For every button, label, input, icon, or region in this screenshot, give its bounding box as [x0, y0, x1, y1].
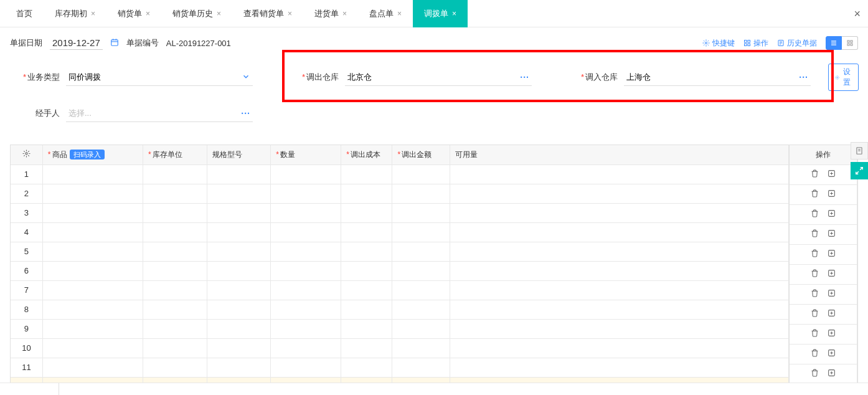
close-icon[interactable]: × [91, 9, 95, 18]
view-list-button[interactable] [826, 36, 842, 50]
svg-rect-5 [745, 40, 747, 43]
table-row[interactable]: 8 [11, 300, 789, 319]
expand-icon[interactable] [851, 162, 868, 179]
close-all-icon[interactable]: × [854, 7, 861, 21]
scan-badge[interactable]: 扫码录入 [70, 150, 105, 159]
add-icon[interactable] [828, 329, 836, 339]
close-icon[interactable]: × [452, 9, 456, 18]
delete-icon[interactable] [811, 309, 819, 319]
col-available: 可用量 [455, 150, 478, 159]
delete-icon[interactable] [811, 189, 819, 199]
add-icon[interactable] [828, 169, 836, 179]
col-product: 商品 [52, 150, 67, 159]
svg-rect-6 [748, 40, 750, 43]
add-icon[interactable] [828, 249, 836, 259]
operate-button[interactable]: 操作 [743, 38, 768, 49]
table-row[interactable]: 5 [11, 242, 789, 261]
svg-rect-0 [111, 39, 118, 45]
settings-button[interactable]: 设置 [828, 64, 859, 91]
add-icon[interactable] [828, 349, 836, 359]
table-row[interactable]: 10 [11, 338, 789, 358]
col-spec: 规格型号 [212, 150, 242, 159]
add-icon[interactable] [828, 289, 836, 299]
date-label: 单据日期 [10, 37, 42, 49]
table-header-row: *商品扫码录入 *库存单位 规格型号 *数量 *调出成本 *调出金额 可用量 [11, 145, 789, 164]
tab-stocktake[interactable]: 盘点单× [358, 0, 413, 27]
tab-purchase[interactable]: 进货单× [303, 0, 358, 27]
table-row[interactable]: 4 [11, 222, 789, 242]
docno-label: 单据编号 [126, 37, 159, 49]
tab-bar: 首页 库存期初× 销货单× 销货单历史× 查看销货单× 进货单× 盘点单× 调拨… [0, 0, 868, 27]
in-warehouse-input[interactable] [624, 69, 811, 86]
close-icon[interactable]: × [288, 9, 292, 18]
tab-sales-order[interactable]: 销货单× [106, 0, 161, 27]
tab-home[interactable]: 首页 [5, 0, 44, 27]
handler-input[interactable] [66, 105, 253, 122]
svg-rect-18 [847, 44, 849, 45]
table-row[interactable]: 2 [11, 184, 789, 203]
add-icon[interactable] [828, 269, 836, 279]
side-float [851, 142, 868, 179]
delete-icon[interactable] [811, 329, 819, 339]
add-icon[interactable] [828, 309, 836, 319]
form-area: *业务类型 *调出仓库 ··· *调入仓库 ··· 设置 经手人 ··· [0, 59, 868, 145]
table-row[interactable]: 3 [11, 203, 789, 222]
more-icon[interactable]: ··· [520, 72, 529, 82]
delete-icon[interactable] [811, 369, 819, 379]
field-biz-type: *业务类型 [10, 69, 253, 86]
view-grid-button[interactable] [842, 36, 858, 50]
more-icon[interactable]: ··· [799, 72, 808, 82]
add-icon[interactable] [828, 189, 836, 199]
svg-rect-16 [847, 40, 849, 42]
svg-point-21 [26, 153, 27, 155]
svg-point-4 [705, 42, 707, 44]
shortcut-button[interactable]: 快捷键 [702, 38, 735, 49]
add-icon[interactable] [828, 209, 836, 219]
delete-icon[interactable] [811, 349, 819, 359]
delete-icon[interactable] [811, 169, 819, 179]
data-table: *商品扫码录入 *库存单位 规格型号 *数量 *调出成本 *调出金额 可用量 1… [10, 145, 858, 391]
col-ops: 操作 [790, 145, 857, 164]
docno-value: AL-20191227-001 [166, 39, 231, 48]
add-icon[interactable] [828, 229, 836, 239]
toolbar: 单据日期 2019-12-27 单据编号 AL-20191227-001 快捷键… [0, 27, 868, 59]
tab-sales-history[interactable]: 销货单历史× [161, 0, 232, 27]
table-row[interactable]: 9 [11, 319, 789, 338]
close-icon[interactable]: × [217, 9, 221, 18]
biz-type-input[interactable] [66, 69, 253, 86]
tab-view-sales[interactable]: 查看销货单× [232, 0, 303, 27]
field-handler: 经手人 ··· [10, 105, 253, 122]
note-icon[interactable] [851, 142, 868, 159]
date-value[interactable]: 2019-12-27 [50, 36, 103, 50]
more-icon[interactable]: ··· [241, 108, 250, 118]
view-toggle [826, 36, 858, 50]
table-row[interactable]: 7 [11, 280, 789, 300]
out-warehouse-input[interactable] [345, 69, 532, 86]
svg-rect-8 [748, 44, 750, 46]
svg-point-20 [837, 77, 838, 78]
tab-inventory-init[interactable]: 库存期初× [44, 0, 106, 27]
history-button[interactable]: 历史单据 [777, 38, 817, 49]
gear-icon[interactable] [22, 151, 31, 159]
svg-rect-7 [745, 44, 747, 46]
close-icon[interactable]: × [397, 9, 402, 18]
close-icon[interactable]: × [146, 9, 150, 18]
tab-transfer[interactable]: 调拨单× [413, 0, 468, 27]
svg-rect-17 [851, 40, 852, 42]
col-qty: 数量 [280, 150, 295, 159]
delete-icon[interactable] [811, 269, 819, 279]
chevron-down-icon[interactable] [242, 72, 250, 83]
delete-icon[interactable] [811, 209, 819, 219]
close-icon[interactable]: × [342, 9, 347, 18]
delete-icon[interactable] [811, 289, 819, 299]
add-icon[interactable] [828, 369, 836, 379]
table-row[interactable]: 6 [11, 261, 789, 280]
delete-icon[interactable] [811, 229, 819, 239]
delete-icon[interactable] [811, 249, 819, 259]
col-amount: 调出金额 [402, 150, 432, 159]
svg-rect-19 [851, 44, 852, 45]
table-row[interactable]: 11 [11, 358, 789, 377]
col-unit: 库存单位 [153, 150, 182, 159]
table-row[interactable]: 1 [11, 164, 789, 184]
calendar-icon[interactable] [110, 38, 119, 49]
